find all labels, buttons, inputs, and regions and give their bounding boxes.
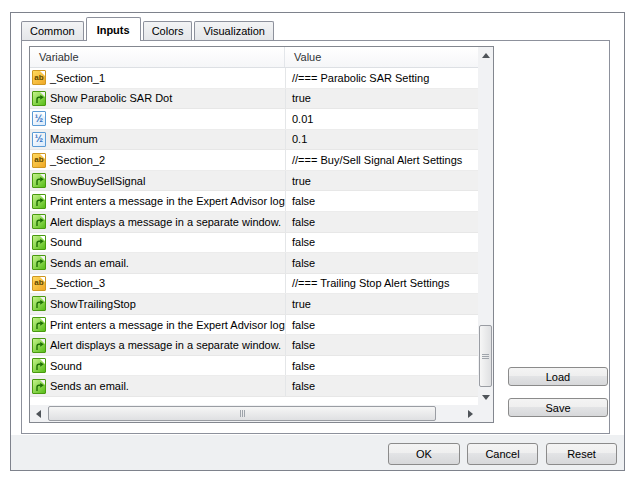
reset-button[interactable]: Reset	[546, 443, 617, 465]
scrollbar-corner	[478, 405, 493, 422]
scroll-down-button[interactable]	[478, 389, 493, 405]
cancel-button[interactable]: Cancel	[467, 443, 538, 465]
param-value[interactable]: false	[285, 233, 478, 253]
param-value[interactable]: false	[285, 253, 478, 273]
page-fold-corner	[40, 256, 45, 261]
load-button[interactable]: Load	[508, 367, 608, 386]
table-row[interactable]: ab_Section_1//=== Parabolic SAR Setting	[30, 68, 478, 89]
param-variable-label: Sound	[50, 236, 82, 248]
param-variable-cell: Print enters a message in the Expert Adv…	[30, 315, 285, 335]
param-value[interactable]: false	[285, 356, 478, 376]
vertical-scrollbar[interactable]	[478, 47, 493, 405]
column-header-variable[interactable]: Variable	[30, 47, 285, 67]
table-row[interactable]: Sends an email.false	[30, 253, 478, 274]
number-icon: ½	[32, 111, 46, 126]
param-value[interactable]: false	[285, 315, 478, 335]
page-fold-corner	[40, 318, 45, 323]
bool-icon	[32, 296, 46, 311]
tab-common[interactable]: Common	[21, 21, 84, 40]
param-value[interactable]: true	[285, 89, 478, 109]
vertical-scrollbar-thumb[interactable]	[479, 325, 492, 387]
param-value[interactable]: false	[285, 191, 478, 211]
table-row[interactable]: Alert displays a message in a separate w…	[30, 212, 478, 233]
table-row[interactable]: ab_Section_2//=== Buy/Sell Signal Alert …	[30, 150, 478, 171]
param-variable-cell: Sound	[30, 356, 285, 376]
table-row[interactable]: ShowTrailingStoptrue	[30, 294, 478, 315]
table-row[interactable]: Soundfalse	[30, 356, 478, 377]
page-fold-corner	[40, 297, 45, 302]
param-value[interactable]: //=== Trailing Stop Alert Settings	[285, 274, 478, 294]
param-variable-label: Sends an email.	[50, 257, 129, 269]
table-row[interactable]: Print enters a message in the Expert Adv…	[30, 315, 478, 336]
param-variable-cell: Sound	[30, 233, 285, 253]
scroll-left-button[interactable]	[30, 405, 46, 422]
page-fold-corner	[40, 154, 45, 159]
page-fold-corner	[40, 380, 45, 385]
table-row[interactable]: Soundfalse	[30, 233, 478, 254]
param-variable-cell: Sends an email.	[30, 253, 285, 273]
tab-panel-inputs: Variable Value ab_Section_1//=== Parabol…	[21, 40, 610, 434]
left-arrow-icon	[36, 410, 41, 418]
param-variable-cell: ½Maximum	[30, 130, 285, 150]
param-value[interactable]: 0.01	[285, 109, 478, 129]
param-value[interactable]: false	[285, 376, 478, 396]
param-variable-cell: Alert displays a message in a separate w…	[30, 212, 285, 232]
param-variable-label: Step	[50, 113, 73, 125]
page-fold-corner	[40, 236, 45, 241]
param-variable-cell: ab_Section_2	[30, 150, 285, 170]
param-variable-label: Print enters a message in the Expert Adv…	[50, 319, 285, 331]
ok-button[interactable]: OK	[388, 443, 460, 465]
param-variable-label: Alert displays a message in a separate w…	[50, 216, 281, 228]
dialog-button-strip: OK Cancel Reset	[11, 435, 624, 470]
param-variable-label: Alert displays a message in a separate w…	[50, 339, 281, 351]
bool-icon	[32, 214, 46, 229]
param-variable-label: _Section_1	[50, 72, 105, 84]
table-row[interactable]: Show Parabolic SAR Dottrue	[30, 89, 478, 110]
param-variable-cell: Sends an email.	[30, 376, 285, 396]
param-value[interactable]: true	[285, 294, 478, 314]
table-row[interactable]: ShowBuySellSignaltrue	[30, 171, 478, 192]
param-variable-label: Show Parabolic SAR Dot	[50, 92, 172, 104]
string-icon: ab	[32, 70, 46, 85]
param-variable-cell: ½Step	[30, 109, 285, 129]
tab-visualization[interactable]: Visualization	[194, 21, 274, 40]
page-fold-corner	[40, 277, 45, 282]
table-row[interactable]: ab_Section_3//=== Trailing Stop Alert Se…	[30, 274, 478, 295]
table-row[interactable]: ½Step0.01	[30, 109, 478, 130]
table-row[interactable]: ½Maximum0.1	[30, 130, 478, 151]
column-header-value[interactable]: Value	[285, 47, 478, 67]
horizontal-scrollbar[interactable]	[30, 405, 478, 422]
param-variable-cell: ab_Section_1	[30, 68, 285, 88]
tab-inputs[interactable]: Inputs	[86, 17, 141, 41]
page-fold-corner	[40, 359, 45, 364]
table-header: Variable Value	[30, 47, 478, 68]
bool-icon	[32, 91, 46, 106]
param-value[interactable]: false	[285, 212, 478, 232]
param-value[interactable]: //=== Buy/Sell Signal Alert Settings	[285, 150, 478, 170]
tab-colors[interactable]: Colors	[143, 21, 193, 40]
param-variable-label: Print enters a message in the Expert Adv…	[50, 195, 285, 207]
param-variable-label: Sound	[50, 360, 82, 372]
bool-icon	[32, 379, 46, 394]
page-fold-corner	[40, 133, 45, 138]
table-row[interactable]: Sends an email.false	[30, 376, 478, 397]
table-row[interactable]: Print enters a message in the Expert Adv…	[30, 191, 478, 212]
param-value[interactable]: //=== Parabolic SAR Setting	[285, 68, 478, 88]
param-value[interactable]: true	[285, 171, 478, 191]
table-row[interactable]: Alert displays a message in a separate w…	[30, 335, 478, 356]
param-value[interactable]: 0.1	[285, 130, 478, 150]
bool-icon	[32, 194, 46, 209]
page-fold-corner	[40, 215, 45, 220]
param-variable-label: _Section_2	[50, 154, 105, 166]
down-arrow-icon	[482, 395, 490, 400]
param-value[interactable]: false	[285, 335, 478, 355]
string-icon: ab	[32, 276, 46, 291]
save-button[interactable]: Save	[508, 398, 608, 417]
param-variable-cell: ShowBuySellSignal	[30, 171, 285, 191]
horizontal-scrollbar-thumb[interactable]	[48, 406, 436, 421]
up-arrow-icon	[482, 53, 490, 58]
bool-icon	[32, 235, 46, 250]
scroll-right-button[interactable]	[462, 405, 478, 422]
param-variable-label: ShowTrailingStop	[50, 298, 136, 310]
scroll-up-button[interactable]	[478, 47, 493, 63]
